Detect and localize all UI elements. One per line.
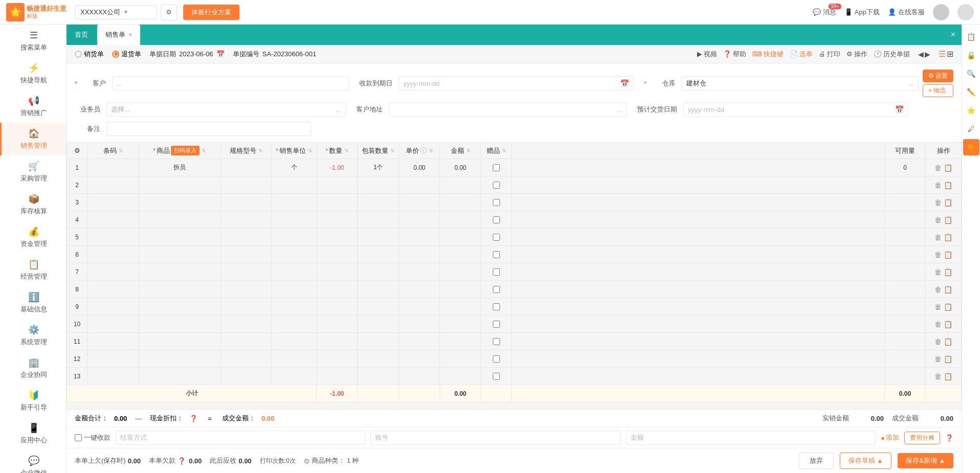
cell-spec[interactable]	[221, 333, 272, 350]
cell-remark[interactable]	[512, 281, 885, 298]
cell-amount[interactable]: 0.00	[440, 159, 481, 176]
cell-amount[interactable]	[440, 211, 481, 229]
cell-remark[interactable]	[512, 298, 885, 316]
company-selector[interactable]: XXXXXX公司 ▼	[75, 5, 157, 19]
cell-amount[interactable]	[440, 263, 481, 281]
sidebar-item-stock-calc[interactable]: 📦 库存核算	[0, 188, 66, 221]
cell-barcode[interactable]	[88, 176, 139, 194]
cell-gift[interactable]	[481, 159, 512, 176]
gift-checkbox[interactable]	[493, 164, 500, 171]
gift-checkbox[interactable]	[493, 268, 500, 276]
copy-icon[interactable]: 📋	[944, 181, 952, 189]
sidebar-item-app-center[interactable]: 📱 应用中心	[0, 417, 66, 450]
sort-product-icon[interactable]: ⇅	[202, 148, 206, 153]
cell-qty[interactable]	[317, 176, 358, 194]
cell-unit[interactable]	[272, 229, 317, 246]
cell-pack[interactable]	[358, 281, 399, 298]
cell-spec[interactable]	[221, 350, 272, 368]
cell-pack[interactable]	[358, 298, 399, 316]
cell-product[interactable]: 拆员	[139, 159, 221, 176]
cell-barcode[interactable]	[88, 316, 139, 333]
cell-barcode[interactable]	[88, 368, 139, 385]
cell-pack[interactable]	[358, 350, 399, 368]
product-type-icon[interactable]: ⊙	[304, 457, 310, 465]
sort-barcode-icon[interactable]: ⇅	[119, 148, 123, 153]
list-view-icon[interactable]: ☰	[939, 49, 946, 59]
avatar[interactable]	[933, 4, 949, 20]
sidebar-item-enterprise-wechat[interactable]: 💬 企业微信	[0, 450, 66, 473]
copy-icon[interactable]: 📋	[944, 268, 952, 276]
cell-unit[interactable]: 个	[272, 159, 317, 176]
gift-checkbox[interactable]	[493, 321, 500, 328]
cell-qty[interactable]	[317, 350, 358, 368]
cell-barcode[interactable]	[88, 194, 139, 211]
cell-spec[interactable]	[221, 194, 272, 211]
cell-unit[interactable]	[272, 298, 317, 316]
warehouse-input[interactable]: 建材仓 ...	[682, 76, 919, 91]
cell-qty[interactable]	[317, 298, 358, 316]
gift-checkbox[interactable]	[493, 303, 500, 310]
scan-button[interactable]: 扫码录入	[171, 146, 200, 155]
cell-gift[interactable]	[481, 298, 512, 316]
gift-checkbox[interactable]	[493, 355, 500, 363]
cell-price[interactable]	[399, 211, 440, 229]
gear-icon[interactable]: ⚙	[74, 147, 80, 154]
right-panel-star-button[interactable]: ⭐	[963, 102, 979, 119]
cell-unit[interactable]	[272, 263, 317, 281]
cell-barcode[interactable]	[88, 298, 139, 316]
customer-input[interactable]: ...	[112, 76, 349, 91]
cell-amount[interactable]	[440, 316, 481, 333]
cell-qty[interactable]: -1.00	[317, 159, 358, 176]
cell-spec[interactable]	[221, 176, 272, 194]
delete-icon[interactable]: 🗑	[934, 198, 942, 207]
cell-product[interactable]	[139, 194, 221, 211]
gift-checkbox[interactable]	[493, 199, 500, 206]
sort-qty-icon[interactable]: ⇅	[344, 148, 349, 153]
sidebar-item-sys-mgmt[interactable]: ⚙️ 系统管理	[0, 319, 66, 352]
online-support-button[interactable]: 👤 在线客服	[888, 8, 925, 17]
cell-remark[interactable]	[512, 316, 885, 333]
cell-spec[interactable]	[221, 316, 272, 333]
cell-qty[interactable]	[317, 263, 358, 281]
cell-barcode[interactable]	[88, 211, 139, 229]
sidebar-item-enterprise[interactable]: 🏢 企业协同	[0, 352, 66, 385]
cell-spec[interactable]	[221, 229, 272, 246]
cell-barcode[interactable]	[88, 159, 139, 176]
cell-remark[interactable]	[512, 194, 885, 211]
cell-product[interactable]	[139, 333, 221, 350]
cell-price[interactable]	[399, 229, 440, 246]
radio-return-order[interactable]: 退货单	[112, 50, 141, 59]
cell-pack[interactable]	[358, 263, 399, 281]
cell-unit[interactable]	[272, 211, 317, 229]
cell-pack[interactable]	[358, 316, 399, 333]
cell-gift[interactable]	[481, 368, 512, 385]
settings-button[interactable]: ⚙ 设置	[923, 70, 953, 82]
sidebar-item-purchase-mgmt[interactable]: 🛒 采购管理	[0, 155, 66, 188]
cell-gift[interactable]	[481, 229, 512, 246]
abandon-button[interactable]: 放弃	[799, 453, 834, 469]
cell-pack[interactable]	[358, 229, 399, 246]
cell-pack[interactable]	[358, 211, 399, 229]
delete-icon[interactable]: 🗑	[934, 181, 942, 189]
cell-remark[interactable]	[512, 263, 885, 281]
cell-unit[interactable]	[272, 246, 317, 263]
sidebar-item-search-order[interactable]: ☰ 搜索菜单	[0, 25, 66, 57]
cell-remark[interactable]	[512, 229, 885, 246]
cell-unit[interactable]	[272, 333, 317, 350]
copy-icon[interactable]: 📋	[944, 285, 952, 294]
cell-product[interactable]	[139, 281, 221, 298]
cell-spec[interactable]	[221, 246, 272, 263]
sidebar-item-biz-mgmt[interactable]: 📋 经营管理	[0, 254, 66, 286]
customer-address-input[interactable]: ...	[389, 102, 627, 117]
cell-price[interactable]	[399, 176, 440, 194]
cell-unit[interactable]	[272, 176, 317, 194]
cell-product[interactable]	[139, 211, 221, 229]
sidebar-item-finance-mgmt[interactable]: 💰 资金管理	[0, 221, 66, 254]
grid-view-icon[interactable]: ⊞	[947, 49, 953, 59]
cell-qty[interactable]	[317, 246, 358, 263]
delete-icon[interactable]: 🗑	[934, 285, 942, 294]
toolbar-history[interactable]: 🕐 历史单据	[874, 50, 910, 59]
cell-price[interactable]	[399, 350, 440, 368]
save-new-button[interactable]: 保存&新增 ▲	[898, 453, 953, 468]
gift-checkbox[interactable]	[493, 251, 500, 258]
